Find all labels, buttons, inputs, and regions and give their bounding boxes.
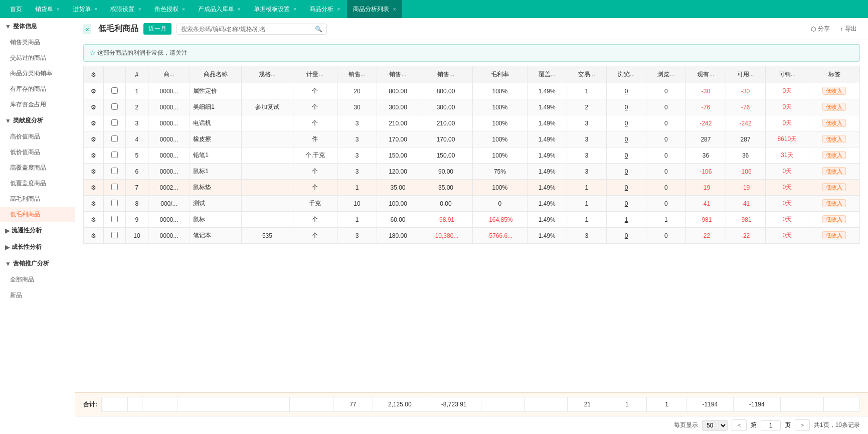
row-browse1[interactable]: 0 — [606, 148, 646, 164]
nav-role[interactable]: 角色授权 × — [148, 0, 191, 18]
row-settings-icon[interactable]: ⚙ — [84, 131, 104, 148]
row-checkbox[interactable] — [104, 196, 126, 212]
row-settings-icon[interactable]: ⚙ — [84, 196, 104, 212]
row-checkbox[interactable] — [104, 212, 126, 228]
sidebar-item-high-coverage[interactable]: 高覆盖度商品 — [0, 160, 75, 176]
row-browse1[interactable]: 0 — [606, 115, 646, 131]
nav-product-in-close[interactable]: × — [238, 7, 241, 12]
sidebar-item-high-profit[interactable]: 高毛利商品 — [0, 191, 75, 207]
collapse-sidebar-btn[interactable]: « — [83, 24, 91, 34]
row-browse1[interactable]: 0 — [606, 180, 646, 196]
nav-purchase[interactable]: 进货单 × — [67, 0, 103, 18]
nav-sale-close[interactable]: × — [57, 7, 60, 12]
col-code[interactable]: 商... — [148, 66, 190, 83]
nav-sale[interactable]: 销货单 × — [29, 0, 66, 18]
sidebar-section-marketing[interactable]: ▼ 营销推广分析 — [0, 255, 75, 272]
page-input[interactable] — [761, 420, 781, 430]
nav-purchase-close[interactable]: × — [95, 7, 98, 12]
col-spec[interactable]: 规格... — [242, 66, 293, 83]
row-checkbox[interactable] — [104, 148, 126, 164]
row-settings-icon[interactable]: ⚙ — [84, 228, 104, 244]
row-checkbox[interactable] — [104, 99, 126, 115]
sidebar-item-new-goods[interactable]: 新品 — [0, 287, 75, 303]
per-page-select[interactable]: 50 100 200 — [702, 420, 728, 431]
row-checkbox[interactable] — [104, 228, 126, 244]
sidebar-item-in-stock[interactable]: 有库存的商品 — [0, 81, 75, 97]
row-browse1[interactable]: 0 — [606, 99, 646, 115]
col-settings[interactable]: ⚙ — [84, 66, 104, 83]
nav-analysis-list-close[interactable]: × — [393, 7, 396, 12]
col-name[interactable]: 商品名称 — [190, 66, 242, 83]
row-available-stock: -30 — [726, 83, 765, 99]
row-no: 10 — [126, 228, 148, 244]
search-input[interactable] — [181, 26, 315, 33]
nav-role-close[interactable]: × — [182, 7, 185, 12]
row-settings-icon[interactable]: ⚙ — [84, 212, 104, 228]
sidebar-item-capital-usage[interactable]: 库存资金占用 — [0, 97, 75, 112]
sidebar-section-flow[interactable]: ▶ 流通性分析 — [0, 222, 75, 239]
col-available-stock[interactable]: 可用... — [726, 66, 765, 83]
row-browse1[interactable]: 0 — [606, 131, 646, 148]
sidebar-section-overall[interactable]: ▼ 整体信息 — [0, 18, 75, 35]
col-sale-price[interactable]: 销售... — [377, 66, 419, 83]
sidebar-item-category-sale-rate[interactable]: 商品分类助销率 — [0, 66, 75, 81]
nav-template[interactable]: 单据模板设置 × — [248, 0, 302, 18]
col-coverage[interactable]: 覆盖... — [527, 66, 567, 83]
col-tag[interactable]: 标签 — [809, 66, 859, 83]
sidebar-section-value[interactable]: ▼ 类献度分析 — [0, 112, 75, 129]
row-checkbox[interactable] — [104, 83, 126, 99]
nav-analysis-close[interactable]: × — [337, 7, 340, 12]
data-table: ⚙ # 商... 商品名称 规格... 计量... 销售... 销售... 销售… — [83, 66, 860, 244]
sidebar-item-low-value[interactable]: 低价值商品 — [0, 144, 75, 160]
row-sellable-days: 0天 — [765, 83, 809, 99]
arrow-icon-flow: ▶ — [5, 227, 10, 234]
col-browse2[interactable]: 浏览... — [646, 66, 686, 83]
nav-permission-close[interactable]: × — [138, 7, 141, 12]
row-settings-icon[interactable]: ⚙ — [84, 148, 104, 164]
sidebar-item-low-coverage[interactable]: 低覆盖度商品 — [0, 176, 75, 191]
nav-analysis-list[interactable]: 商品分析列表 × — [347, 0, 402, 18]
nav-product-in[interactable]: 产成品入库单 × — [192, 0, 247, 18]
nav-permission[interactable]: 权限设置 × — [104, 0, 147, 18]
col-unit[interactable]: 计量... — [293, 66, 337, 83]
filter-btn[interactable]: 近一月 — [143, 23, 171, 35]
nav-analysis[interactable]: 商品分析 × — [303, 0, 346, 18]
row-settings-icon[interactable]: ⚙ — [84, 83, 104, 99]
col-current-stock[interactable]: 现有... — [686, 66, 726, 83]
row-browse1[interactable]: 0 — [606, 196, 646, 212]
next-page-btn[interactable]: ＞ — [795, 419, 810, 431]
col-checkbox[interactable] — [104, 66, 126, 83]
sidebar-item-sale-category[interactable]: 销售类商品 — [0, 35, 75, 50]
col-browse1[interactable]: 浏览... — [606, 66, 646, 83]
export-btn[interactable]: ↑ 导出 — [837, 23, 860, 35]
sidebar-item-high-value[interactable]: 高价值商品 — [0, 129, 75, 144]
row-settings-icon[interactable]: ⚙ — [84, 180, 104, 196]
nav-home[interactable]: 首页 — [4, 0, 28, 18]
prev-page-btn[interactable]: ＜ — [732, 419, 747, 431]
row-browse1[interactable]: 0 — [606, 164, 646, 180]
row-settings-icon[interactable]: ⚙ — [84, 164, 104, 180]
col-sale-amount[interactable]: 销售... — [419, 66, 472, 83]
row-checkbox[interactable] — [104, 115, 126, 131]
col-sale-qty[interactable]: 销售... — [337, 66, 377, 83]
share-btn[interactable]: ⬡ 分享 — [808, 23, 833, 35]
row-settings-icon[interactable]: ⚙ — [84, 115, 104, 131]
col-trade[interactable]: 交易... — [567, 66, 606, 83]
search-box[interactable]: 🔍 — [177, 24, 327, 35]
row-browse1[interactable]: 0 — [606, 228, 646, 244]
row-checkbox[interactable] — [104, 180, 126, 196]
search-icon[interactable]: 🔍 — [315, 26, 322, 33]
col-sellable-days[interactable]: 可销... — [765, 66, 809, 83]
row-checkbox[interactable] — [104, 131, 126, 148]
row-unit: 个 — [293, 212, 337, 228]
col-gross-margin[interactable]: 毛利率 — [473, 66, 527, 83]
row-browse1[interactable]: 1 — [606, 212, 646, 228]
sidebar-item-low-profit[interactable]: 低毛利商品 — [0, 207, 75, 222]
row-browse1[interactable]: 0 — [606, 83, 646, 99]
sidebar-item-all-goods[interactable]: 全部商品 — [0, 272, 75, 287]
row-settings-icon[interactable]: ⚙ — [84, 99, 104, 115]
nav-template-close[interactable]: × — [293, 7, 296, 12]
sidebar-section-growth[interactable]: ▶ 成长性分析 — [0, 239, 75, 255]
sidebar-item-traded[interactable]: 交易过的商品 — [0, 50, 75, 66]
row-checkbox[interactable] — [104, 164, 126, 180]
